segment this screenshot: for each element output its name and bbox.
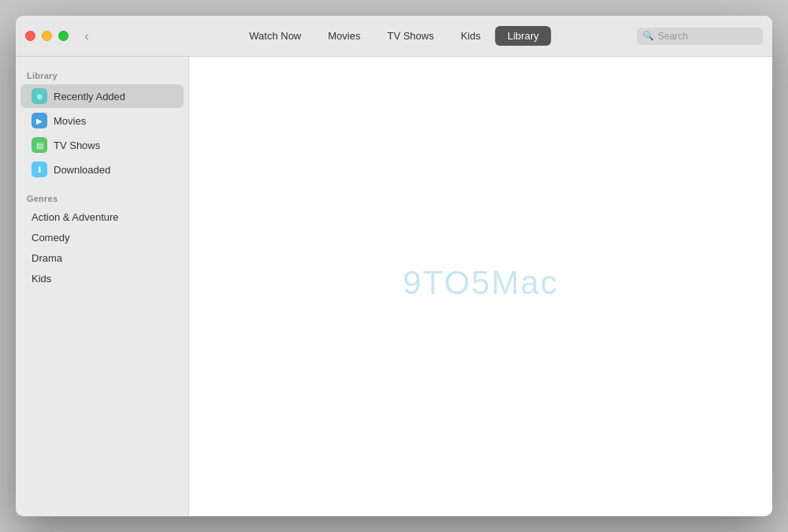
traffic-lights [25, 31, 69, 41]
nav-tab-watch-now[interactable]: Watch Now [236, 26, 314, 46]
maximize-button[interactable] [58, 31, 69, 41]
sidebar-item-downloaded[interactable]: ⬇Downloaded [20, 158, 184, 181]
movies-icon: ▶ [32, 113, 47, 128]
search-box[interactable]: 🔍 [637, 28, 763, 45]
close-button[interactable] [25, 31, 35, 41]
watermark: 9TO5Mac [403, 264, 559, 302]
tv-shows-label: TV Shows [54, 140, 100, 151]
library-section-label: Library [16, 66, 188, 84]
genre-item-drama[interactable]: Drama [20, 248, 184, 268]
nav-tab-tv-shows[interactable]: TV Shows [374, 26, 446, 46]
nav-tabs: Watch NowMoviesTV ShowsKidsLibrary [236, 26, 551, 46]
tv-shows-icon: ▤ [32, 137, 47, 153]
recently-added-icon: ⊕ [32, 88, 47, 104]
downloaded-icon: ⬇ [32, 162, 47, 177]
search-input[interactable] [658, 31, 756, 42]
app-window: ‹ Watch NowMoviesTV ShowsKidsLibrary 🔍 L… [16, 16, 772, 516]
genre-item-comedy[interactable]: Comedy [20, 228, 184, 247]
minimize-button[interactable] [42, 31, 52, 41]
recently-added-label: Recently Added [54, 91, 125, 102]
genre-item-action-adventure[interactable]: Action & Adventure [20, 207, 184, 227]
nav-tab-kids[interactable]: Kids [448, 26, 493, 46]
library-items: ⊕Recently Added▶Movies▤TV Shows⬇Download… [16, 84, 188, 181]
content-area: 9TO5Mac [189, 57, 772, 516]
genre-item-kids[interactable]: Kids [20, 269, 184, 288]
movies-label: Movies [54, 115, 86, 127]
search-icon: 🔍 [643, 31, 654, 41]
sidebar: Library ⊕Recently Added▶Movies▤TV Shows⬇… [16, 57, 189, 516]
main-layout: Library ⊕Recently Added▶Movies▤TV Shows⬇… [16, 57, 772, 516]
genre-items: Action & AdventureComedyDramaKids [16, 207, 188, 288]
back-button[interactable]: ‹ [78, 28, 95, 45]
sidebar-item-recently-added[interactable]: ⊕Recently Added [20, 84, 184, 108]
downloaded-label: Downloaded [54, 164, 110, 176]
titlebar: ‹ Watch NowMoviesTV ShowsKidsLibrary 🔍 [16, 16, 772, 57]
nav-tab-library[interactable]: Library [495, 26, 552, 46]
sidebar-item-tv-shows[interactable]: ▤TV Shows [20, 133, 184, 157]
sidebar-item-movies[interactable]: ▶Movies [20, 109, 184, 132]
genres-section: Genres Action & AdventureComedyDramaKids [16, 189, 188, 288]
genres-section-label: Genres [16, 189, 188, 206]
nav-tab-movies[interactable]: Movies [315, 26, 373, 46]
